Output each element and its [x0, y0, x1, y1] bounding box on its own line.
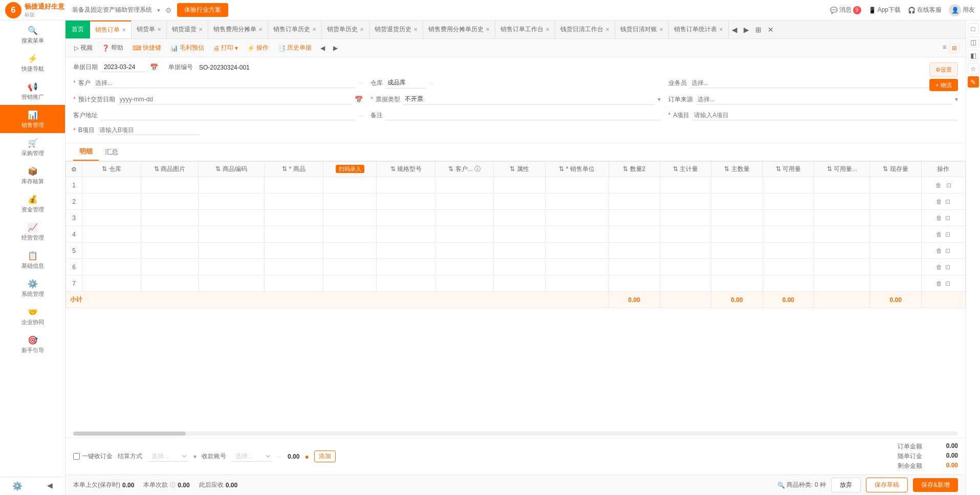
row-copy-icon[interactable]: ⊡: [946, 182, 951, 189]
right-tool-edit[interactable]: ✎: [968, 76, 979, 88]
receipt-more-icon[interactable]: ···: [277, 453, 282, 460]
tab-close-refund-history[interactable]: ✕: [413, 27, 418, 32]
sidebar-settings-icon[interactable]: ⚙️: [12, 481, 23, 491]
tab-refund-history[interactable]: 销货退货历史 ✕: [369, 20, 423, 38]
th-qty2[interactable]: ⇅ 数量2: [608, 162, 660, 177]
sidebar-item-newbie[interactable]: 🎯 新手引导: [0, 330, 65, 358]
tab-close-return-history[interactable]: ✕: [360, 27, 364, 32]
logistics-corner-btn[interactable]: + 物流: [929, 79, 958, 91]
quick-pay-checkbox[interactable]: [73, 453, 80, 460]
th-unit[interactable]: ⇅ * 销售单位: [545, 162, 608, 177]
help-btn[interactable]: ❓ 帮助: [99, 42, 126, 53]
toolbar-prev-btn[interactable]: ◀: [318, 44, 327, 53]
project-a-input[interactable]: [692, 111, 958, 120]
sidebar-item-marketing[interactable]: 📢 营销推广: [0, 77, 65, 105]
row-copy-icon[interactable]: ⊡: [945, 247, 950, 254]
sidebar-item-finance[interactable]: 💰 资金管理: [0, 189, 65, 218]
settings-corner-btn[interactable]: ⚙ 设置: [929, 62, 958, 77]
tab-expense-split[interactable]: 销售费用分摊单 ✕: [208, 20, 268, 38]
sidebar-item-enterprise[interactable]: 🤝 企业协同: [0, 302, 65, 330]
th-scan[interactable]: 扫码录入: [323, 162, 377, 177]
sidebar-item-system[interactable]: ⚙️ 系统管理: [0, 274, 65, 302]
tab-sales-stats[interactable]: 销售订单统计表 ✕: [669, 20, 729, 38]
tab-order-history[interactable]: 销售订单历史 ✕: [268, 20, 322, 38]
table-view-btn[interactable]: ⊞: [949, 44, 960, 53]
warehouse-value[interactable]: 成品库: [385, 77, 426, 89]
row-copy-icon[interactable]: ⊡: [945, 280, 950, 287]
th-customer-code[interactable]: ⇅ 客户... ⓘ: [435, 162, 494, 177]
right-tool-star[interactable]: ☆: [968, 63, 979, 74]
info-icon[interactable]: ⓘ: [170, 481, 176, 489]
sidebar-item-purchase[interactable]: 🛒 采购管理: [0, 133, 65, 161]
row-delete-icon[interactable]: 🗑: [936, 264, 942, 271]
tab-cash-reconcile[interactable]: 钱货日清对账 ✕: [615, 20, 669, 38]
address-more-icon[interactable]: ···: [358, 112, 363, 119]
view-btn[interactable]: ▷ 视频: [72, 42, 95, 53]
customer-more-icon[interactable]: ···: [358, 79, 363, 87]
receipt-account-select[interactable]: 选择...: [231, 451, 272, 462]
right-tool-1[interactable]: □: [968, 23, 979, 34]
sidebar-item-basic[interactable]: 📋 基础信息: [0, 246, 65, 274]
tab-home[interactable]: 首页: [66, 20, 90, 38]
th-image[interactable]: ⇅ 商品图片: [141, 162, 198, 177]
right-tool-2[interactable]: ◫: [968, 36, 979, 48]
online-service-btn[interactable]: 🎧 在线客服: [908, 6, 942, 14]
toolbar-next-btn[interactable]: ▶: [331, 44, 340, 53]
search-product-icon[interactable]: 🔍: [777, 482, 785, 489]
tab-sales-refund[interactable]: 销货退货 ✕: [167, 20, 208, 38]
save-draft-btn[interactable]: 保存草稿: [866, 478, 908, 492]
sidebar-item-search[interactable]: 🔍 搜索菜单: [0, 20, 65, 49]
salesperson-input[interactable]: [689, 78, 950, 88]
tab-sales-order[interactable]: 销售订单 ✕: [90, 20, 132, 38]
quick-pay-checkbox-label[interactable]: 一键收订金: [73, 452, 113, 461]
row-copy-icon[interactable]: ⊡: [945, 214, 950, 222]
settle-method-select[interactable]: 选择...: [147, 451, 188, 462]
remark-input[interactable]: [385, 111, 660, 120]
system-settings-icon[interactable]: ⚙: [165, 6, 172, 14]
detail-tab-huizong[interactable]: 汇总: [99, 144, 124, 160]
tab-close-all-btn[interactable]: ✕: [765, 20, 777, 38]
solution-button[interactable]: 体验行业方案: [177, 3, 228, 17]
sidebar-item-sales[interactable]: 📊 销售管理: [0, 105, 65, 133]
tab-order-workbench[interactable]: 销售订单工作台 ✕: [495, 20, 555, 38]
shortcut-btn[interactable]: ⌨ 快捷键: [130, 42, 164, 53]
tab-sales-return[interactable]: 销货单 ✕: [132, 20, 167, 38]
message-btn[interactable]: 💬 消息 9: [830, 6, 861, 14]
warehouse-more-icon[interactable]: ···: [429, 79, 434, 87]
user-avatar[interactable]: 👤 用友: [949, 4, 975, 16]
invoice-dropdown-icon[interactable]: ▾: [658, 96, 661, 103]
th-product[interactable]: ⇅ * 商品: [265, 162, 323, 177]
sidebar-collapse-icon[interactable]: ◀: [47, 481, 53, 491]
system-dropdown-icon[interactable]: ▾: [157, 7, 160, 14]
th-available-more[interactable]: ⇅ 可用量...: [814, 162, 869, 177]
th-warehouse[interactable]: ⇅ 仓库: [82, 162, 141, 177]
delivery-calendar-icon[interactable]: 📅: [355, 96, 363, 103]
tab-list-btn[interactable]: ⊞: [752, 20, 765, 38]
tab-close-expense-split[interactable]: ✕: [258, 27, 263, 32]
single-date-value[interactable]: 2023-03-24: [101, 62, 147, 72]
add-payment-btn[interactable]: 添加: [314, 450, 336, 462]
add-payment-icon[interactable]: ●: [304, 453, 309, 461]
tab-expense-history[interactable]: 销售费用分摊单历史 ✕: [423, 20, 495, 38]
order-source-dropdown-icon[interactable]: ▾: [955, 96, 958, 103]
th-main-qty[interactable]: ⇅ 主数量: [711, 162, 763, 177]
app-download-btn[interactable]: 📱 App下载: [868, 6, 901, 14]
row-delete-icon[interactable]: 🗑: [936, 280, 942, 287]
row-delete-icon[interactable]: 🗑: [936, 198, 942, 205]
horizontal-scrollbar[interactable]: [73, 432, 958, 436]
row-delete-icon[interactable]: 🗑: [936, 247, 942, 254]
tab-cash-workbench[interactable]: 钱货日清工作台 ✕: [555, 20, 615, 38]
tab-close-stats[interactable]: ✕: [719, 27, 723, 32]
th-code[interactable]: ⇅ 商品编码: [199, 162, 265, 177]
row-delete-icon[interactable]: 🗑: [936, 231, 942, 238]
th-attribute[interactable]: ⇅ 属性: [494, 162, 545, 177]
history-btn[interactable]: 📑 历史单据: [275, 42, 314, 53]
right-tool-3[interactable]: ◧: [968, 50, 979, 61]
sidebar-item-quicknav[interactable]: ⚡ 快捷导航: [0, 49, 65, 77]
sidebar-item-operations[interactable]: 📈 经营管理: [0, 218, 65, 246]
tab-close-cash-reconcile[interactable]: ✕: [659, 27, 663, 32]
delivery-date-input[interactable]: [118, 95, 353, 104]
order-source-input[interactable]: [695, 95, 952, 104]
tab-close-cash-workbench[interactable]: ✕: [605, 27, 609, 32]
tab-close-expense-history[interactable]: ✕: [486, 27, 490, 32]
